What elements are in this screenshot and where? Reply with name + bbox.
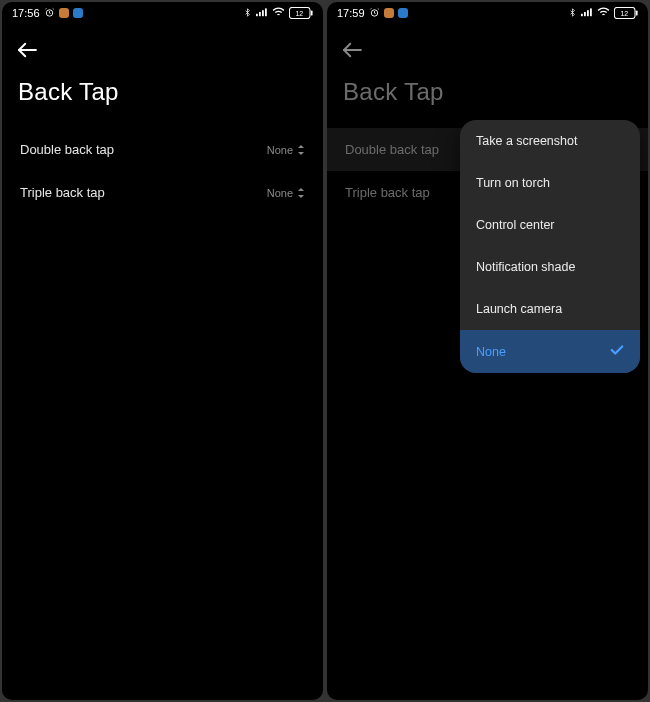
popup-item-label: Turn on torch xyxy=(476,176,550,190)
popup-item-none[interactable]: None xyxy=(460,330,640,373)
status-pill-blue xyxy=(398,8,408,18)
bluetooth-icon xyxy=(243,7,252,20)
svg-rect-11 xyxy=(587,10,589,16)
back-arrow-icon xyxy=(16,42,38,58)
option-label: Double back tap xyxy=(20,142,114,157)
svg-rect-10 xyxy=(584,12,586,16)
svg-text:12: 12 xyxy=(295,10,303,17)
popup-item-launch-camera[interactable]: Launch camera xyxy=(460,288,640,330)
option-label: Triple back tap xyxy=(345,185,430,200)
option-label: Triple back tap xyxy=(20,185,105,200)
phone-right: 17:59 12 Back Tap Double back t xyxy=(327,2,648,700)
svg-rect-3 xyxy=(262,10,264,16)
status-left: 17:56 xyxy=(12,7,83,20)
option-double-back-tap[interactable]: Double back tap None xyxy=(2,128,323,171)
option-value: None xyxy=(267,144,305,156)
svg-rect-1 xyxy=(256,14,258,16)
svg-rect-4 xyxy=(265,8,267,16)
options-popup: Take a screenshot Turn on torch Control … xyxy=(460,120,640,373)
status-time: 17:59 xyxy=(337,7,365,19)
status-bar: 17:56 12 xyxy=(2,2,323,24)
wifi-icon xyxy=(597,7,610,19)
popup-item-label: None xyxy=(476,345,506,359)
popup-item-label: Take a screenshot xyxy=(476,134,577,148)
back-button[interactable] xyxy=(327,24,648,70)
page-title: Back Tap xyxy=(2,70,323,128)
svg-rect-14 xyxy=(636,10,638,15)
option-value: None xyxy=(267,187,305,199)
status-right: 12 xyxy=(568,7,638,20)
popup-item-torch[interactable]: Turn on torch xyxy=(460,162,640,204)
signal-icon xyxy=(581,7,593,19)
battery-icon: 12 xyxy=(289,7,313,19)
alarm-icon xyxy=(44,7,55,20)
popup-item-label: Launch camera xyxy=(476,302,562,316)
popup-item-label: Control center xyxy=(476,218,555,232)
battery-icon: 12 xyxy=(614,7,638,19)
back-button[interactable] xyxy=(2,24,323,70)
status-pill-orange xyxy=(59,8,69,18)
popup-item-notification-shade[interactable]: Notification shade xyxy=(460,246,640,288)
svg-text:12: 12 xyxy=(620,10,628,17)
svg-rect-6 xyxy=(311,10,313,15)
popup-item-control-center[interactable]: Control center xyxy=(460,204,640,246)
bluetooth-icon xyxy=(568,7,577,20)
option-triple-back-tap[interactable]: Triple back tap None xyxy=(2,171,323,214)
check-icon xyxy=(610,344,624,359)
status-pill-orange xyxy=(384,8,394,18)
signal-icon xyxy=(256,7,268,19)
wifi-icon xyxy=(272,7,285,19)
svg-rect-12 xyxy=(590,8,592,16)
popup-item-screenshot[interactable]: Take a screenshot xyxy=(460,120,640,162)
svg-rect-9 xyxy=(581,14,583,16)
chevron-updown-icon xyxy=(297,188,305,198)
back-arrow-icon xyxy=(341,42,363,58)
status-pill-blue xyxy=(73,8,83,18)
status-time: 17:56 xyxy=(12,7,40,19)
chevron-updown-icon xyxy=(297,145,305,155)
svg-rect-2 xyxy=(259,12,261,16)
popup-item-label: Notification shade xyxy=(476,260,575,274)
status-bar: 17:59 12 xyxy=(327,2,648,24)
alarm-icon xyxy=(369,7,380,20)
phone-left: 17:56 12 Back Tap Double back t xyxy=(2,2,323,700)
status-right: 12 xyxy=(243,7,313,20)
status-left: 17:59 xyxy=(337,7,408,20)
option-label: Double back tap xyxy=(345,142,439,157)
